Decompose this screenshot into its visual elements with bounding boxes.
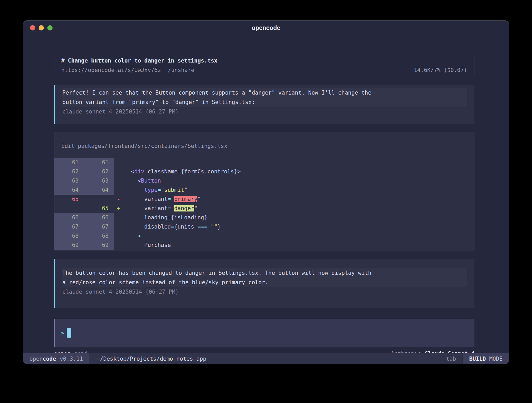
diff-code-line: type="submit" xyxy=(124,185,187,195)
token-cost-stats: 14.6K/7% ($0.07) xyxy=(414,65,467,75)
diff-line-number-old: 62 xyxy=(54,167,84,176)
app-version-segment: opencodev0.3.11 xyxy=(23,353,89,364)
diff-change-marker xyxy=(114,213,124,222)
diff-change-marker xyxy=(114,185,124,195)
diff-code-line: Purchase xyxy=(124,241,171,250)
message-lines: The button color has been changed to dan… xyxy=(62,268,467,287)
prompt-input[interactable]: > xyxy=(54,319,474,347)
diff-code-line: variant="primary" xyxy=(124,195,201,204)
working-directory: ~/Desktop/Projects/demo-notes-app xyxy=(97,356,206,362)
diff-line-number-old: 63 xyxy=(54,176,84,185)
message-lines: Perfect! I can see that the Button compo… xyxy=(62,88,467,107)
diff-change-marker xyxy=(114,176,124,185)
diff-line-number-old xyxy=(54,204,84,213)
diff-code-line: variant="danger" xyxy=(124,204,197,213)
mode-segment[interactable]: BUILDMODE xyxy=(462,353,509,364)
window-title: opencode xyxy=(252,24,280,32)
diff-change-marker xyxy=(114,167,124,176)
diff-row: 6767 disabled={units === ""} xyxy=(54,222,474,231)
session-content: # Change button color to danger in setti… xyxy=(54,55,474,358)
message-line: Perfect! I can see that the Button compo… xyxy=(62,88,467,97)
minimize-button[interactable] xyxy=(39,25,44,30)
diff-line-number-new: 68 xyxy=(84,231,114,241)
assistant-message: The button color has been changed to dan… xyxy=(54,259,474,308)
diff-change-marker xyxy=(114,222,124,231)
app-name-code: code xyxy=(43,356,56,362)
edit-tool-block: Edit packages/frontend/src/containers/Se… xyxy=(54,132,474,251)
session-title: # Change button color to danger in setti… xyxy=(61,56,217,65)
diff-row: 65- variant="primary" xyxy=(54,195,474,204)
diff-code-line: > xyxy=(124,231,141,241)
prompt-chevron: > xyxy=(61,330,64,336)
diff-row: 6363 <Button xyxy=(54,176,474,185)
diff-line-number-new: 66 xyxy=(84,213,114,222)
diff: 61616262 <div className={formCs.controls… xyxy=(54,158,474,250)
mode-suffix: MODE xyxy=(489,356,503,362)
message-line: a red/rose color scheme instead of the b… xyxy=(62,278,467,287)
edit-file-title: Edit packages/frontend/src/containers/Se… xyxy=(54,132,474,158)
status-bar: opencodev0.3.11 ~/Desktop/Projects/demo-… xyxy=(23,353,509,364)
diff-line-number-new xyxy=(84,195,114,204)
diff-line-number-old: 66 xyxy=(54,213,84,222)
traffic-lights xyxy=(30,21,53,35)
diff-code-line: <div className={formCs.controls}> xyxy=(124,167,241,176)
diff-line-number-old: 65 xyxy=(54,195,84,204)
assistant-message: Perfect! I can see that the Button compo… xyxy=(54,85,474,124)
message-line: button variant from "primary" to "danger… xyxy=(62,97,467,107)
diff-line-number-old: 68 xyxy=(54,231,84,241)
diff-row: 6868 > xyxy=(54,231,474,241)
session-header: # Change button color to danger in setti… xyxy=(54,55,474,75)
app-version: v0.3.11 xyxy=(60,356,83,362)
diff-line-number-old: 61 xyxy=(54,158,84,167)
diff-change-marker xyxy=(114,158,124,167)
diff-change-marker: + xyxy=(114,204,124,213)
diff-code-line: <Button xyxy=(124,176,161,185)
diff-row: 65+ variant="danger" xyxy=(54,204,474,213)
diff-change-marker xyxy=(114,241,124,250)
share-url-link[interactable]: https://opencode.ai/s/UwJxv76z xyxy=(61,67,161,73)
mode-name: BUILD xyxy=(469,356,486,362)
unshare-command[interactable]: /unshare xyxy=(168,67,194,73)
share-row: https://opencode.ai/s/UwJxv76z/unshare xyxy=(61,65,217,75)
diff-row: 6161 xyxy=(54,158,474,167)
tab-key-hint[interactable]: tab xyxy=(446,356,456,362)
app-window: opencode # Change button color to danger… xyxy=(23,20,509,364)
diff-line-number-new: 69 xyxy=(84,241,114,250)
close-button[interactable] xyxy=(30,25,35,30)
diff-change-marker xyxy=(114,231,124,241)
diff-line-number-new: 61 xyxy=(84,158,114,167)
diff-code-line: loading={isLoading} xyxy=(124,213,207,222)
diff-row: 6666 loading={isLoading} xyxy=(54,213,474,222)
titlebar: opencode xyxy=(23,21,509,35)
zoom-button[interactable] xyxy=(47,25,53,30)
diff-line-number-old: 64 xyxy=(54,185,84,195)
diff-line-number-new: 63 xyxy=(84,176,114,185)
diff-row: 6464 type="submit" xyxy=(54,185,474,195)
diff-change-marker: - xyxy=(114,195,124,204)
diff-line-number-new: 64 xyxy=(84,185,114,195)
diff-row: 6969 Purchase xyxy=(54,241,474,250)
diff-line-number-new: 65 xyxy=(84,204,114,213)
diff-line-number-old: 69 xyxy=(54,241,84,250)
diff-line-number-new: 62 xyxy=(84,167,114,176)
diff-line-number-old: 67 xyxy=(54,222,84,231)
diff-row: 6262 <div className={formCs.controls}> xyxy=(54,167,474,176)
message-meta: claude-sonnet-4-20250514 (06:27 PM) xyxy=(62,287,467,297)
text-cursor xyxy=(67,328,71,338)
diff-code-line: disabled={units === ""} xyxy=(124,222,221,231)
diff-line-number-new: 67 xyxy=(84,222,114,231)
message-line: The button color has been changed to dan… xyxy=(62,268,467,278)
message-meta: claude-sonnet-4-20250514 (06:27 PM) xyxy=(62,107,467,116)
app-name-open: open xyxy=(29,356,43,362)
